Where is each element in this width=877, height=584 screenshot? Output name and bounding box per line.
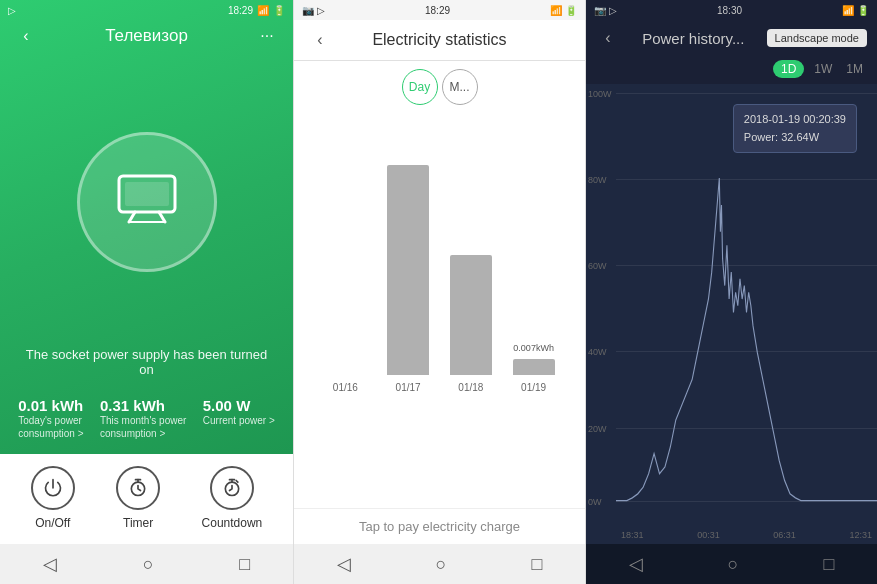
status-bar-left-1: ▷ xyxy=(8,5,16,16)
status-right-2: 📶 🔋 xyxy=(550,5,577,16)
countdown-icon-circle xyxy=(210,466,254,510)
signal-icon: 📶 xyxy=(257,5,269,16)
nav-recents-2[interactable]: □ xyxy=(512,550,563,579)
timer-icon-circle xyxy=(116,466,160,510)
power-stats: 0.01 kWh Today's powerconsumption > 0.31… xyxy=(0,387,293,454)
electricity-panel: 📷 ▷ 18:29 📶 🔋 ‹ Electricity statistics D… xyxy=(293,0,586,584)
power-chart-area: 100W 80W 60W 40W 20W 0W 2018-01 xyxy=(586,84,877,544)
play-icon: ▷ xyxy=(8,5,16,16)
bar-label-3: 01/18 xyxy=(458,382,483,393)
nav-bar-3: ◁ ○ □ xyxy=(586,544,877,584)
device-more-button[interactable]: ··· xyxy=(255,24,279,48)
nav-bar-1: ◁ ○ □ xyxy=(0,544,293,584)
period-tab-1m[interactable]: 1M xyxy=(842,60,867,78)
tooltip-date: 2018-01-19 00:20:39 xyxy=(744,111,846,129)
day-month-toggle: Day M... xyxy=(294,61,585,109)
power-stat-today[interactable]: 0.01 kWh Today's powerconsumption > xyxy=(18,397,83,440)
countdown-label: Countdown xyxy=(202,516,263,530)
nav-bar-2: ◁ ○ □ xyxy=(294,544,585,584)
device-icon-area xyxy=(0,56,293,347)
chart-tooltip: 2018-01-19 00:20:39 Power: 32.64W xyxy=(733,104,857,153)
bar-4 xyxy=(513,359,555,375)
landscape-mode-button[interactable]: Landscape mode xyxy=(767,29,867,47)
current-power-value: 5.00 W xyxy=(203,397,251,414)
electricity-header: ‹ Electricity statistics xyxy=(294,20,585,61)
time-3: 18:30 xyxy=(717,5,742,16)
device-back-button[interactable]: ‹ xyxy=(14,24,38,48)
bar-chart-area: 01/16 01/17 01/18 0.007kWh 01/19 xyxy=(294,109,585,508)
history-back-button[interactable]: ‹ xyxy=(596,26,620,50)
period-tabs: 1D 1W 1M xyxy=(586,56,877,84)
today-power-value: 0.01 kWh xyxy=(18,397,83,414)
grid-label-80w: 80W xyxy=(588,175,607,185)
status-right-3: 📶 🔋 xyxy=(842,5,869,16)
onoff-icon-circle xyxy=(31,466,75,510)
tap-pay-text[interactable]: Tap to pay electricity charge xyxy=(294,508,585,544)
bar-label-2: 01/17 xyxy=(396,382,421,393)
status-left-3: 📷 ▷ xyxy=(594,5,617,16)
current-power-label: Current power > xyxy=(203,414,275,427)
bar-01-18: 01/18 xyxy=(450,255,492,375)
onoff-label: On/Off xyxy=(35,516,70,530)
tv-icon xyxy=(115,172,179,232)
bar-value-label-4: 0.007kWh xyxy=(513,343,554,353)
nav-recents-3[interactable]: □ xyxy=(804,550,855,579)
nav-home-2[interactable]: ○ xyxy=(416,550,467,579)
nav-back-2[interactable]: ◁ xyxy=(317,549,371,579)
svg-rect-4 xyxy=(125,182,169,206)
nav-back-1[interactable]: ◁ xyxy=(23,549,77,579)
grid-label-100w: 100W xyxy=(588,89,612,99)
bar-chart: 01/16 01/17 01/18 0.007kWh 01/19 xyxy=(314,119,565,399)
bar-label-1: 01/16 xyxy=(333,382,358,393)
period-tab-1w[interactable]: 1W xyxy=(810,60,836,78)
timer-label: Timer xyxy=(123,516,153,530)
day-toggle-button[interactable]: Day xyxy=(402,69,438,105)
month-toggle-button[interactable]: M... xyxy=(442,69,478,105)
bar-01-19[interactable]: 0.007kWh 01/19 xyxy=(513,359,555,375)
status-left-2: 📷 ▷ xyxy=(302,5,325,16)
countdown-button[interactable]: Countdown xyxy=(202,466,263,530)
x-label-0631: 06:31 xyxy=(773,530,796,540)
nav-home-1[interactable]: ○ xyxy=(123,550,174,579)
status-bar-right-1: 18:29 📶 🔋 xyxy=(228,5,285,16)
time-2: 18:29 xyxy=(425,5,450,16)
bar-2 xyxy=(387,165,429,375)
battery-icon: 🔋 xyxy=(273,5,285,16)
tooltip-power: Power: 32.64W xyxy=(744,129,846,147)
device-circle xyxy=(77,132,217,272)
bar-3 xyxy=(450,255,492,375)
grid-label-40w: 40W xyxy=(588,347,607,357)
nav-recents-1[interactable]: □ xyxy=(219,550,270,579)
bar-label-4: 01/19 xyxy=(521,382,546,393)
power-stat-current[interactable]: 5.00 W Current power > xyxy=(203,397,275,440)
nav-home-3[interactable]: ○ xyxy=(708,550,759,579)
device-title: Телевизор xyxy=(38,26,255,46)
timer-button[interactable]: Timer xyxy=(116,466,160,530)
device-header: ‹ Телевизор ··· xyxy=(0,20,293,56)
status-bar-1: ▷ 18:29 📶 🔋 xyxy=(0,0,293,20)
grid-label-60w: 60W xyxy=(588,261,607,271)
power-stat-month[interactable]: 0.31 kWh This month's powerconsumption > xyxy=(100,397,186,440)
x-label-0031: 00:31 xyxy=(697,530,720,540)
today-power-label: Today's powerconsumption > xyxy=(18,414,83,440)
x-label-1231: 12:31 xyxy=(849,530,872,540)
status-bar-3: 📷 ▷ 18:30 📶 🔋 xyxy=(586,0,877,20)
grid-label-0w: 0W xyxy=(588,497,602,507)
history-header: ‹ Power history... Landscape mode xyxy=(586,20,877,56)
time-1: 18:29 xyxy=(228,5,253,16)
electricity-title: Electricity statistics xyxy=(332,31,547,49)
history-panel: 📷 ▷ 18:30 📶 🔋 ‹ Power history... Landsca… xyxy=(586,0,877,584)
electricity-back-button[interactable]: ‹ xyxy=(308,28,332,52)
history-title: Power history... xyxy=(642,30,744,47)
month-power-value: 0.31 kWh xyxy=(100,397,165,414)
nav-back-3[interactable]: ◁ xyxy=(609,549,663,579)
x-axis-labels: 18:31 00:31 06:31 12:31 xyxy=(616,530,877,540)
month-power-label: This month's powerconsumption > xyxy=(100,414,186,440)
bar-01-17: 01/17 xyxy=(387,165,429,375)
status-bar-2: 📷 ▷ 18:29 📶 🔋 xyxy=(294,0,585,20)
period-tab-1d[interactable]: 1D xyxy=(773,60,804,78)
bottom-controls: On/Off Timer xyxy=(0,454,293,544)
grid-label-20w: 20W xyxy=(588,424,607,434)
onoff-button[interactable]: On/Off xyxy=(31,466,75,530)
x-label-1831: 18:31 xyxy=(621,530,644,540)
